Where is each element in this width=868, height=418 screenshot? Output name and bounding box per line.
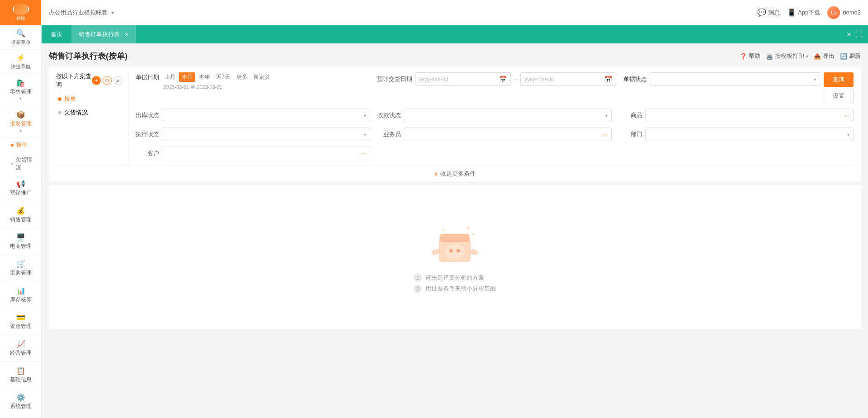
scheme-add-button[interactable]: + [92,76,101,85]
message-action[interactable]: 💬 消息 [757,8,780,17]
scheme-copy-button[interactable]: ⊙ [103,76,112,85]
message-icon: 💬 [757,8,766,17]
tab-sales-order[interactable]: 销售订单执行表 ✕ [71,25,136,43]
quick-nav-item[interactable]: ⚡ 快捷导航 [0,50,41,74]
sidebar-item-label-basic: 基础信息 [10,376,32,384]
delivery-status-select[interactable]: ▾ [162,109,370,122]
date-tab-last7[interactable]: 近7天 [213,72,233,82]
status-select[interactable]: ▾ [650,72,820,86]
debt-scheme-dot-icon [58,111,61,114]
dept-label: 部门 [615,130,642,138]
user-name: demo2 [843,9,861,16]
sidebar-item-ecommerce[interactable]: 🖥️ 电商管理 [0,228,41,255]
date-tab-more[interactable]: 更多 [234,72,250,82]
goods-dots-icon[interactable]: ··· [844,112,849,119]
print-icon: 🖨️ [766,53,773,60]
dept-select[interactable]: ▾ [645,128,854,141]
help-button[interactable]: ❓ 帮助 [740,52,760,60]
customer-select[interactable]: ··· [162,147,370,160]
sidebar-subitem-order[interactable]: 按单 [0,138,41,152]
date-tab-custom[interactable]: 自定义 [251,72,273,82]
settings-button[interactable]: 设置 [824,89,854,103]
sidebar-subitem-debt[interactable]: 欠货情况 [0,152,41,175]
date-tab-this-month[interactable]: 本月 [179,72,195,82]
breadcrumb-arrow-icon: ▾ [111,10,114,16]
svg-point-4 [457,249,460,252]
tab-close-all-icon[interactable]: ✕ [846,31,852,38]
sidebar-search-item[interactable]: 🔍 搜索菜单 [0,25,41,50]
sidebar-item-wholesale[interactable]: 📦 批发管理 ▴ [0,106,41,138]
customer-dots-icon[interactable]: ··· [361,150,366,157]
finance-icon: 💳 [16,313,25,322]
goods-select[interactable]: ··· [645,109,854,122]
basic-icon: 📋 [16,366,25,375]
empty-state: 1 请先选择要分析的方案 2 用过滤条件来缩小分析范围 [49,185,861,329]
empty-line-1: 1 请先选择要分析的方案 [414,274,496,282]
sidebar-item-label-marketing: 营销推广 [10,189,32,197]
calendar-end-icon[interactable]: 📅 [604,76,612,83]
scheme-actions: + ⊙ « [92,76,123,85]
sidebar-item-label-system: 系统管理 [10,403,32,410]
sidebar-item-enterprise[interactable]: 🏢 企业协同 [0,415,41,418]
goods-label: 商品 [615,111,642,119]
query-button[interactable]: 查询 [824,72,854,87]
exec-status-select[interactable]: ▾ [162,128,370,141]
scheme-item-debt[interactable]: 欠货情况 [56,106,123,119]
svg-point-10 [467,227,470,229]
calendar-start-icon[interactable]: 📅 [499,76,507,83]
expected-date-end-input[interactable]: yyyy-mm-dd 📅 [520,72,616,86]
dept-arrow-icon: ▾ [847,132,849,137]
expected-date-start-input[interactable]: yyyy-mm-dd 📅 [415,72,511,86]
sidebar-item-sales[interactable]: 💰 销售管理 [0,202,41,228]
sidebar-item-finance[interactable]: 💳 资金管理 [0,309,41,335]
tab-bar-right-actions: ✕ ⛶ [846,30,868,38]
tab-close-icon[interactable]: ✕ [124,31,129,38]
message-label: 消息 [768,9,780,17]
help-icon: ❓ [740,53,747,60]
empty-text-1: 请先选择要分析的方案 [425,274,484,282]
export-button[interactable]: 📤 导出 [814,52,835,60]
wholesale-submenu: 按单 欠货情况 [0,138,41,175]
main-area: 办公用品行业模拟账套 ▾ 💬 消息 📱 App下载 Ea demo2 首页 [42,0,868,418]
retail-expand-icon: ▾ [19,96,22,101]
delivery-status-field: 出库状态 ▾ [132,109,370,122]
sidebar-item-basic[interactable]: 📋 基础信息 [0,362,41,389]
scheme-item-debt-label: 欠货情况 [64,109,88,117]
date-separator: — [513,76,519,83]
sidebar-menu-list: 🛍️ 零售管理 ▾ 📦 批发管理 ▴ 按单 欠货情况 [0,74,41,418]
system-icon: ⚙️ [16,393,25,402]
svg-point-2 [445,244,465,260]
scheme-collapse-button[interactable]: « [113,76,123,85]
date-tabs: 上月 本月 本年 近7天 更多 自定义 [162,72,273,82]
receipt-status-field: 收款状态 ▾ [374,109,612,122]
print-button[interactable]: 🖨️ 按模板打印 ▾ [766,52,808,60]
sidebar-item-retail[interactable]: 🛍️ 零售管理 ▾ [0,74,41,106]
scheme-item-order[interactable]: 按单 [56,92,123,106]
tab-maximize-icon[interactable]: ⛶ [855,30,863,38]
app-download-icon: 📱 [787,8,796,17]
sidebar-item-purchase[interactable]: 🛒 采购管理 [0,255,41,282]
retail-icon: 🛍️ [16,79,25,87]
date-tab-this-year[interactable]: 本年 [196,72,212,82]
salesperson-label: 业务员 [374,130,401,138]
sidebar-item-operation[interactable]: 📈 经营管理 [0,335,41,362]
empty-lines: 1 请先选择要分析的方案 2 用过滤条件来缩小分析范围 [414,274,496,293]
expected-date-field: 预计交货日期 yyyy-mm-dd 📅 — yyyy-mm-d [376,72,617,86]
sidebar-item-system[interactable]: ⚙️ 系统管理 [0,389,41,415]
wholesale-expand-icon: ▴ [19,128,22,133]
app-download-action[interactable]: 📱 App下载 [787,8,820,17]
salesperson-dots-icon[interactable]: ··· [603,131,608,138]
search-menu-label: 搜索菜单 [11,39,31,45]
expected-date-end-placeholder: yyyy-mm-dd [524,76,554,82]
refresh-button[interactable]: 🔄 刷新 [840,52,861,60]
sidebar-item-marketing[interactable]: 📢 营销推广 [0,175,41,202]
user-action[interactable]: Ea demo2 [827,6,861,19]
receipt-status-select[interactable]: ▾ [404,109,612,122]
tab-home[interactable]: 首页 [42,25,71,43]
salesperson-select[interactable]: ··· [404,128,612,141]
collapse-bar[interactable]: ∧ 收起更多条件 [56,166,854,181]
scheme-item-order-label: 按单 [64,95,76,103]
sidebar-item-inventory[interactable]: 📊 库存核算 [0,282,41,309]
date-tab-last-month[interactable]: 上月 [162,72,178,82]
debt-dot-icon [11,162,13,165]
